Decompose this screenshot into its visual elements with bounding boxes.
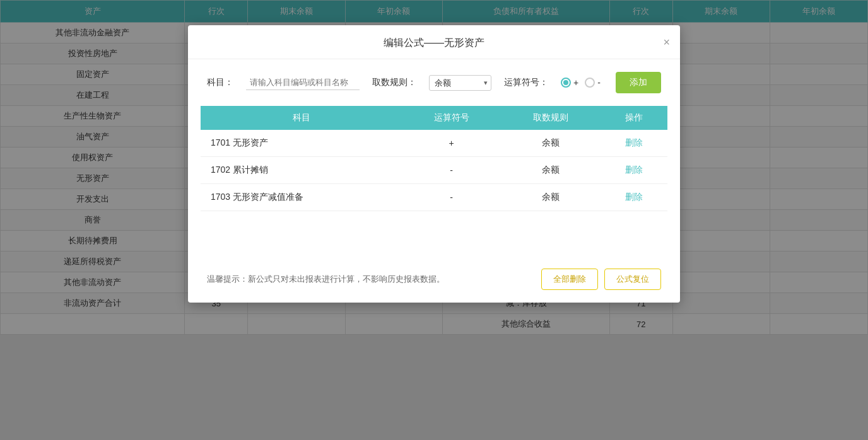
formula-action: 删除 <box>600 130 667 157</box>
subject-label: 科目： <box>207 77 233 88</box>
radio-minus-circle[interactable] <box>585 78 595 88</box>
modal-dialog: 编辑公式——无形资产 × 科目： 取数规则： 余额 借方 贷方 借方发生额 贷方… <box>188 25 680 303</box>
formula-operator: - <box>402 157 501 184</box>
operator-minus-radio[interactable]: - <box>585 78 601 88</box>
formula-table-body: 1701 无形资产+余额删除1702 累计摊销-余额删除1703 无形资产减值准… <box>201 130 667 211</box>
th-rule: 取数规则 <box>501 106 600 130</box>
th-action: 操作 <box>600 106 667 130</box>
delete-all-button[interactable]: 全部删除 <box>541 269 598 290</box>
table-header-row: 科目 运算符号 取数规则 操作 <box>201 106 667 130</box>
formula-action: 删除 <box>600 157 667 184</box>
table-row: 1703 无形资产减值准备-余额删除 <box>201 184 667 211</box>
modal-title: 编辑公式——无形资产 <box>384 37 484 50</box>
operator-label: 运算符号： <box>504 77 548 88</box>
formula-subject: 1701 无形资产 <box>201 130 402 157</box>
formula-rule: 余额 <box>501 130 600 157</box>
th-subject: 科目 <box>201 106 402 130</box>
modal-header: 编辑公式——无形资产 × <box>188 25 680 59</box>
modal-footer: 温馨提示：新公式只对未出报表进行计算，不影响历史报表数据。 全部删除 公式复位 <box>188 256 680 303</box>
radio-plus-circle[interactable] <box>561 78 571 88</box>
table-row: 1702 累计摊销-余额删除 <box>201 157 667 184</box>
operator-radio-group: + - <box>561 78 601 88</box>
page-container: 资产 行次 期末余额 年初余额 负债和所有者权益 行次 期末余额 年初余额 其他… <box>0 0 868 440</box>
modal-table-wrap: 科目 运算符号 取数规则 操作 1701 无形资产+余额删除1702 累计摊销-… <box>188 106 680 256</box>
formula-subject: 1703 无形资产减值准备 <box>201 184 402 211</box>
reset-formula-button[interactable]: 公式复位 <box>604 269 661 290</box>
operator-plus-label: + <box>573 78 578 88</box>
tip-text: 温馨提示：新公式只对未出报表进行计算，不影响历史报表数据。 <box>207 274 445 285</box>
footer-buttons: 全部删除 公式复位 <box>541 269 661 290</box>
delete-link[interactable]: 删除 <box>625 137 643 148</box>
delete-link[interactable]: 删除 <box>625 165 643 175</box>
formula-rule: 余额 <box>501 184 600 211</box>
formula-operator: + <box>402 130 501 157</box>
formula-action: 删除 <box>600 184 667 211</box>
th-operator: 运算符号 <box>402 106 501 130</box>
formula-rule: 余额 <box>501 157 600 184</box>
operator-plus-radio[interactable]: + <box>561 78 578 88</box>
subject-input[interactable] <box>246 75 360 90</box>
operator-minus-label: - <box>597 78 601 88</box>
modal-close-button[interactable]: × <box>663 37 670 48</box>
form-row: 科目： 取数规则： 余额 借方 贷方 借方发生额 贷方发生额 运算符号： <box>188 59 680 106</box>
delete-link[interactable]: 删除 <box>625 192 643 202</box>
rule-select[interactable]: 余额 借方 贷方 借方发生额 贷方发生额 <box>429 75 491 91</box>
modal-overlay: 编辑公式——无形资产 × 科目： 取数规则： 余额 借方 贷方 借方发生额 贷方… <box>0 0 868 440</box>
formula-operator: - <box>402 184 501 211</box>
rule-select-wrap: 余额 借方 贷方 借方发生额 贷方发生额 <box>429 75 491 91</box>
rule-label: 取数规则： <box>372 77 416 88</box>
formula-subject: 1702 累计摊销 <box>201 157 402 184</box>
table-row: 1701 无形资产+余额删除 <box>201 130 667 157</box>
formula-table: 科目 运算符号 取数规则 操作 1701 无形资产+余额删除1702 累计摊销-… <box>201 106 667 211</box>
add-button[interactable]: 添加 <box>616 72 661 93</box>
